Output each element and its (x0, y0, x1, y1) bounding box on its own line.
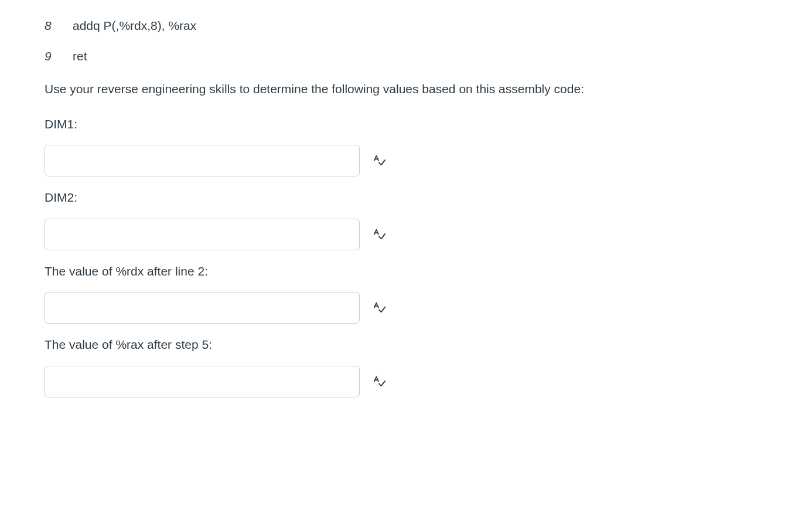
code-content: addq P(,%rdx,8), %rax (73, 19, 196, 33)
dim2-input[interactable] (45, 219, 360, 250)
field-label-rax: The value of %rax after step 5: (45, 335, 767, 354)
code-line-8: 8 addq P(,%rdx,8), %rax (45, 19, 767, 33)
spellcheck-icon[interactable] (373, 301, 385, 314)
input-row-dim2 (45, 219, 767, 250)
line-number: 8 (45, 19, 73, 33)
code-content: ret (73, 49, 87, 63)
field-label-rdx: The value of %rdx after line 2: (45, 262, 767, 281)
input-row-rax (45, 366, 767, 397)
spellcheck-icon[interactable] (373, 154, 385, 167)
spellcheck-icon[interactable] (373, 228, 385, 241)
rdx-input[interactable] (45, 292, 360, 324)
spellcheck-icon[interactable] (373, 375, 385, 388)
line-number: 9 (45, 49, 73, 63)
input-row-rdx (45, 292, 767, 324)
rax-input[interactable] (45, 366, 360, 397)
dim1-input[interactable] (45, 145, 360, 176)
code-line-9: 9 ret (45, 49, 767, 63)
input-row-dim1 (45, 145, 767, 176)
instruction-text: Use your reverse engineering skills to d… (45, 80, 677, 98)
field-label-dim1: DIM1: (45, 115, 767, 134)
field-label-dim2: DIM2: (45, 188, 767, 207)
